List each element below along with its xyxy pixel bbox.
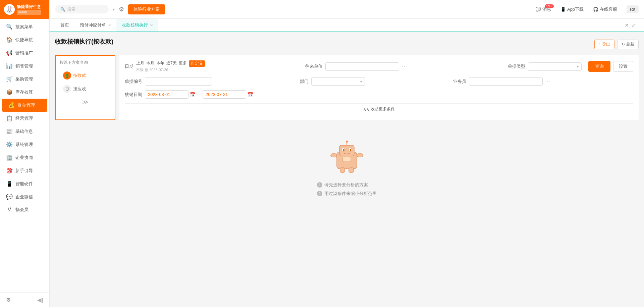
sidebar-footer: ⚙ ◀‖ <box>0 292 49 307</box>
dept-field: 部门 ▾ <box>300 77 365 86</box>
sidebar-item-label: 营销推广 <box>15 50 33 56</box>
filter-option-by-receipt[interactable]: 💲 按收款 <box>60 69 111 82</box>
sidebar-item-basic-info[interactable]: 📰 基础信息 <box>0 125 49 138</box>
sidebar-item-corp-collab[interactable]: 🏢 企业协同 <box>0 151 49 164</box>
svg-rect-12 <box>343 157 351 162</box>
staff-label: 业务员 <box>453 79 466 85</box>
tab-expand-icon[interactable]: ⤢ <box>632 22 636 29</box>
staff-more-icon[interactable]: ··· <box>545 79 551 84</box>
settings-footer-icon[interactable]: ⚙ <box>6 297 11 303</box>
search-menu-icon: 🔍 <box>6 23 13 30</box>
date-this-month[interactable]: 本月 <box>146 60 154 67</box>
doc-no-label: 单据编号 <box>125 79 142 85</box>
page-content: 收款核销执行(按收款) ↑ 导出 ↻ 刷新 按以下方案查询 💲 按收款 <box>50 32 644 307</box>
app-download-button[interactable]: 📱 App下载 <box>560 6 584 12</box>
dept-select[interactable] <box>311 77 365 86</box>
date-last-7days[interactable]: 近7天 <box>166 60 177 67</box>
date-field: 日期 上月 本月 本年 近7天 更多 自定义 不限 <box>125 60 205 72</box>
date-range-hint: 不限 至 2023-07-26 <box>136 67 205 72</box>
sidebar-item-search-menu[interactable]: 🔍 搜索菜单 <box>0 20 49 33</box>
staff-field: 业务员 ··· <box>453 77 551 86</box>
counterpart-input[interactable] <box>325 62 399 71</box>
filter-option-by-receivable[interactable]: ⏱ 按应收 <box>60 82 111 96</box>
doc-no-input[interactable] <box>145 77 212 86</box>
sidebar-item-finance[interactable]: 💰 资金管理 <box>2 99 47 112</box>
sidebar-item-label: 搜索菜单 <box>15 24 33 30</box>
sidebar-item-quick-nav[interactable]: 🏠 快捷导航 <box>0 33 49 46</box>
sidebar-item-label: 企业微信 <box>15 194 33 200</box>
doc-type-select[interactable] <box>528 62 582 71</box>
finance-icon: 💰 <box>8 102 15 108</box>
sidebar-item-label: 新手引导 <box>15 168 33 174</box>
counterpart-more-icon[interactable]: ··· <box>402 64 407 69</box>
receipt-option-icon: 💲 <box>63 71 71 80</box>
svg-rect-1 <box>339 145 354 156</box>
message-button[interactable]: 💬 消息 99+ <box>536 6 551 12</box>
date-last-month[interactable]: 上月 <box>136 60 144 67</box>
sidebar-item-marketing[interactable]: 📢 营销推广 <box>0 46 49 59</box>
date-more[interactable]: 更多 <box>179 60 187 67</box>
search-icon: 🔍 <box>60 7 65 12</box>
staff-input[interactable] <box>469 77 543 86</box>
sidebar-item-sales[interactable]: 📊 销售管理 <box>0 59 49 72</box>
logo-icon: 🐰 <box>4 4 15 15</box>
doc-type-select-wrap: ▾ <box>528 62 582 71</box>
date-this-year[interactable]: 本年 <box>156 60 164 67</box>
tab-close-window-icon[interactable]: ✕ <box>625 22 629 29</box>
verify-date-start-cal-icon[interactable]: 📅 <box>190 92 196 97</box>
tab-close-active-icon[interactable]: ✕ <box>150 23 153 28</box>
sidebar-item-label: 资金管理 <box>17 102 35 108</box>
tab-close-icon[interactable]: ✕ <box>108 23 111 28</box>
corp-collab-icon: 🏢 <box>6 154 13 161</box>
svg-point-5 <box>350 149 352 151</box>
header-search-bar[interactable]: 🔍 搜索 <box>55 5 109 13</box>
filter-row-2: 单据编号 部门 ▾ <box>125 77 633 86</box>
inventory-icon: 📦 <box>6 89 13 95</box>
date-custom[interactable]: 自定义 <box>189 60 205 67</box>
refresh-icon: ↻ <box>622 42 625 47</box>
settings-button[interactable]: 设置 <box>613 61 633 72</box>
smart-hw-icon: 📱 <box>6 181 13 187</box>
sidebar-collapse-button[interactable]: ◀‖ <box>37 297 43 303</box>
dept-label: 部门 <box>300 79 309 85</box>
sidebar-item-inventory[interactable]: 📦 库存核算 <box>0 86 49 99</box>
sidebar-item-smart-hw[interactable]: 📱 智能硬件 <box>0 177 49 190</box>
sidebar-item-operations[interactable]: 📋 经营管理 <box>0 112 49 125</box>
header-gear-icon[interactable]: ⚙ <box>119 6 124 13</box>
svg-point-4 <box>343 149 345 151</box>
refresh-button[interactable]: ↻ 刷新 <box>617 40 639 49</box>
tab-home[interactable]: 首页 <box>55 19 74 32</box>
sidebar-item-system[interactable]: ⚙️ 系统管理 <box>0 138 49 151</box>
header-chevron-icon[interactable]: ▾ <box>113 7 115 12</box>
filter-sidebar-collapse[interactable]: ≫ <box>60 98 111 106</box>
tab-bar: 首页 预付冲应付单 ✕ 收款核销执行 ✕ ✕ ⤢ <box>50 19 644 32</box>
doc-type-field: 单据类型 ▾ 查询 设置 <box>508 61 633 72</box>
sidebar-item-guide[interactable]: 🎯 新手引导 <box>0 164 49 177</box>
collapse-more-label: 收起更多条件 <box>371 106 395 112</box>
query-button[interactable]: 查询 <box>588 61 610 72</box>
verify-date-start-input[interactable] <box>145 90 189 99</box>
sidebar-item-purchase[interactable]: 🛒 采购管理 <box>0 72 49 86</box>
verify-date-end-input[interactable] <box>203 90 246 99</box>
verify-date-end-cal-icon[interactable]: 📅 <box>248 92 253 97</box>
corp-wechat-icon: 💬 <box>6 194 13 200</box>
purchase-icon: 🛒 <box>6 76 13 82</box>
solution-button[interactable]: 体验行业方案 <box>128 4 165 14</box>
filter-sidebar: 按以下方案查询 💲 按收款 ⏱ 按应收 ≫ <box>55 55 115 120</box>
collapse-more-bar[interactable]: ∧∧ 收起更多条件 <box>125 103 633 115</box>
online-service-button[interactable]: 🎧 在线客服 <box>593 6 617 12</box>
user-menu[interactable]: Rit <box>627 5 639 13</box>
sidebar-item-label: 系统管理 <box>15 142 33 148</box>
sidebar-item-label: 智能硬件 <box>15 181 33 187</box>
operations-icon: 📋 <box>6 115 13 121</box>
sidebar-item-label: 经营管理 <box>15 115 33 121</box>
tab-prepay-offset[interactable]: 预付冲应付单 ✕ <box>74 19 116 32</box>
export-button[interactable]: ↑ 导出 <box>594 40 614 49</box>
basic-info-icon: 📰 <box>6 128 13 135</box>
receivable-option-icon: ⏱ <box>63 85 71 93</box>
sales-icon: 📊 <box>6 63 13 69</box>
svg-rect-11 <box>349 168 354 172</box>
sidebar-item-vip[interactable]: V 畅会员 <box>0 203 49 216</box>
sidebar-item-corp-wechat[interactable]: 💬 企业微信 <box>0 190 49 203</box>
tab-receivable-offset[interactable]: 收款核销执行 ✕ <box>116 19 158 32</box>
